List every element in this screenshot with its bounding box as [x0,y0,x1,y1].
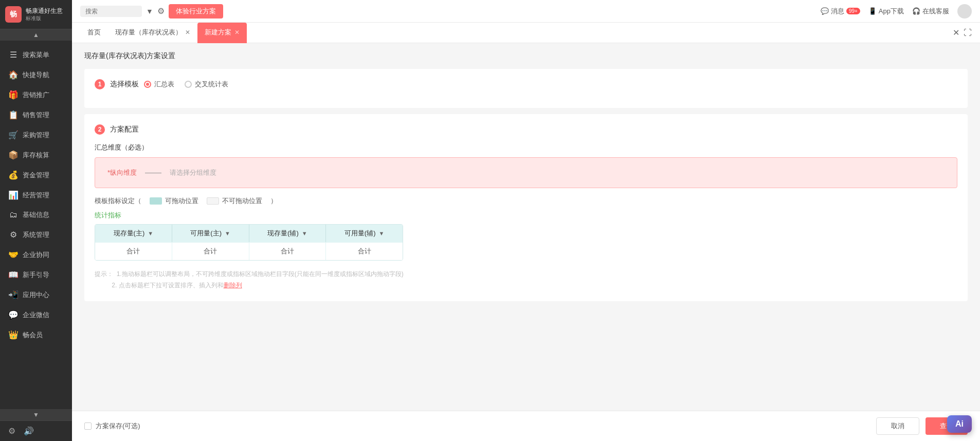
help-footer-icon[interactable]: 🔊 [24,426,34,436]
template-radio-group: 汇总表 交叉统计表 [144,80,228,89]
header-cell-0[interactable]: 现存量(主) ▼ [95,225,172,242]
tab-home-label: 首页 [87,28,101,37]
sidebar-item-finance[interactable]: 💰 资金管理 [0,165,72,185]
sales-icon: 📋 [8,110,19,120]
sidebar-item-operations[interactable]: 📊 经营管理 [0,185,72,205]
sidebar-item-inventory[interactable]: 📦 库存核算 [0,145,72,165]
header-cell-1[interactable]: 可用量(主) ▼ [172,225,249,242]
dimension-dash: —— [145,168,161,177]
messages-button[interactable]: 💬 消息 99+ [821,7,860,16]
app-version: 标准版 [26,15,63,22]
save-label: 方案保存(可选) [96,421,140,431]
radio-cross[interactable]: 交叉统计表 [185,80,228,89]
sidebar-label-enterprise-wechat: 企业微信 [23,310,49,320]
sidebar-item-member[interactable]: 👑 畅会员 [0,325,72,345]
sidebar-item-app-center[interactable]: 📲 应用中心 [0,285,72,305]
section2-title: 方案配置 [110,125,139,134]
cell-0-1: 合计 [172,243,249,260]
sidebar-footer: ⚙ 🔊 [0,420,72,441]
sidebar-scroll-down[interactable]: ▼ [0,409,72,420]
header-label-2: 现存量(辅) [267,229,299,238]
tab-controls: ✕ ⛶ [953,28,972,38]
stats-table-row-0: 合计 合计 合计 合计 [95,242,403,260]
tab-home[interactable]: 首页 [80,23,108,43]
non-draggable-label: 不可拖动位置 [222,196,262,206]
tab-inventory-status-close[interactable]: ✕ [185,29,190,36]
save-checkbox[interactable] [84,422,92,430]
draggable-legend-box [150,197,162,205]
header-dropdown-0[interactable]: ▼ [148,230,153,236]
tab-expand-button[interactable]: ⛶ [964,28,972,38]
user-avatar[interactable] [957,4,972,19]
radio-summary[interactable]: 汇总表 [144,80,174,89]
app-name: 畅康通好生意 [26,7,63,15]
header-cell-2[interactable]: 现存量(辅) ▼ [249,225,326,242]
topbar-dropdown-button[interactable]: ▼ [146,7,153,15]
sidebar-item-basic-info[interactable]: 🗂 基础信息 [0,205,72,225]
section1-number: 1 [95,79,105,89]
section-plan-config: 2 方案配置 汇总维度（必选） *纵向维度 —— 请选择分组维度 模板指标设定（… [84,114,968,301]
sidebar-item-enterprise-wechat[interactable]: 💬 企业微信 [0,305,72,325]
enterprise-icon: 🤝 [8,250,19,260]
sidebar-label-finance: 资金管理 [23,171,49,180]
page-footer: 方案保存(可选) 取消 查询 [72,411,980,441]
delete-col-link[interactable]: 删除列 [224,282,242,289]
indicator-legend-label: 模板指标设定（ [95,196,141,206]
sidebar-item-marketing[interactable]: 🎁 营销推广 [0,85,72,105]
sidebar-label-sales: 销售管理 [23,111,49,120]
sidebar-item-system[interactable]: ⚙ 系统管理 [0,225,72,245]
tabs-bar: 首页 现存量（库存状况表） ✕ 新建方案 ✕ ✕ ⛶ [72,23,980,43]
header-dropdown-1[interactable]: ▼ [225,230,230,236]
sidebar-item-new-guide[interactable]: 📖 新手引导 [0,265,72,285]
tab-close-button[interactable]: ✕ [953,28,959,38]
tab-new-plan[interactable]: 新建方案 ✕ [197,23,247,43]
sidebar-scroll-up[interactable]: ▲ [0,29,72,41]
legend-draggable: 可拖动位置 [150,196,198,206]
draggable-label: 可拖动位置 [165,196,198,206]
topbar: ▼ ⚙ 体验行业方案 💬 消息 99+ 📱 App下载 🎧 在线客服 [72,0,980,23]
member-icon: 👑 [8,330,19,340]
sidebar-item-quick-nav[interactable]: 🏠 快捷导航 [0,65,72,85]
settings-footer-icon[interactable]: ⚙ [8,426,15,436]
app-download-label: App下载 [879,7,904,16]
messages-icon: 💬 [821,7,829,15]
trial-button[interactable]: 体验行业方案 [169,4,223,19]
radio-dot-summary [144,81,151,88]
dimension-label: 汇总维度（必选） [95,143,957,152]
sidebar-item-purchase[interactable]: 🛒 采购管理 [0,125,72,145]
page-content: 现存量(库存状况表)方案设置 1 选择模板 汇总表 交叉统计表 [72,43,980,411]
header-dropdown-3[interactable]: ▼ [379,230,385,236]
section2-number: 2 [95,124,105,135]
cancel-button[interactable]: 取消 [876,417,919,435]
app-logo-icon: 畅 [5,6,22,23]
topbar-settings-icon[interactable]: ⚙ [157,6,165,16]
online-service-label: 在线客服 [922,7,949,16]
radio-cross-label: 交叉统计表 [195,80,228,89]
header-cell-3[interactable]: 可用量(辅) ▼ [326,225,403,242]
tab-new-plan-label: 新建方案 [205,28,231,37]
sidebar-item-sales[interactable]: 📋 销售管理 [0,105,72,125]
main-area: ▼ ⚙ 体验行业方案 💬 消息 99+ 📱 App下载 🎧 在线客服 首页 [72,0,980,441]
sidebar-label-new-guide: 新手引导 [23,270,49,280]
inventory-icon: 📦 [8,150,19,160]
save-option[interactable]: 方案保存(可选) [84,421,140,431]
dimension-area[interactable]: *纵向维度 —— 请选择分组维度 [95,157,957,188]
sidebar-item-search-menu[interactable]: ☰ 搜索菜单 [0,45,72,65]
header-label-3: 可用量(辅) [344,229,376,238]
ai-button[interactable]: Ai [947,415,972,433]
wechat-icon: 💬 [8,310,19,320]
tab-new-plan-close[interactable]: ✕ [234,29,240,36]
app-download-button[interactable]: 📱 App下载 [868,7,904,16]
tip-0: 提示： 1.拖动标题栏可以调整布局，不可跨维度或指标区域拖动栏目字段(只能在同一… [95,269,957,280]
tab-inventory-status-label: 现存量（库存状况表） [115,28,182,37]
online-service-button[interactable]: 🎧 在线客服 [912,7,949,16]
tips-section: 提示： 1.拖动标题栏可以调整布局，不可跨维度或指标区域拖动栏目字段(只能在同一… [95,269,957,291]
sidebar-item-enterprise[interactable]: 🤝 企业协同 [0,245,72,265]
section1-title: 选择模板 [110,80,139,89]
basic-info-icon: 🗂 [8,210,19,219]
tab-inventory-status[interactable]: 现存量（库存状况表） ✕ [108,23,197,43]
header-dropdown-2[interactable]: ▼ [302,230,307,236]
topbar-right: 💬 消息 99+ 📱 App下载 🎧 在线客服 [821,4,972,19]
sidebar-nav: ☰ 搜索菜单 🏠 快捷导航 🎁 营销推广 📋 销售管理 🛒 采购管理 📦 库存核… [0,41,72,409]
search-input[interactable] [80,6,142,17]
